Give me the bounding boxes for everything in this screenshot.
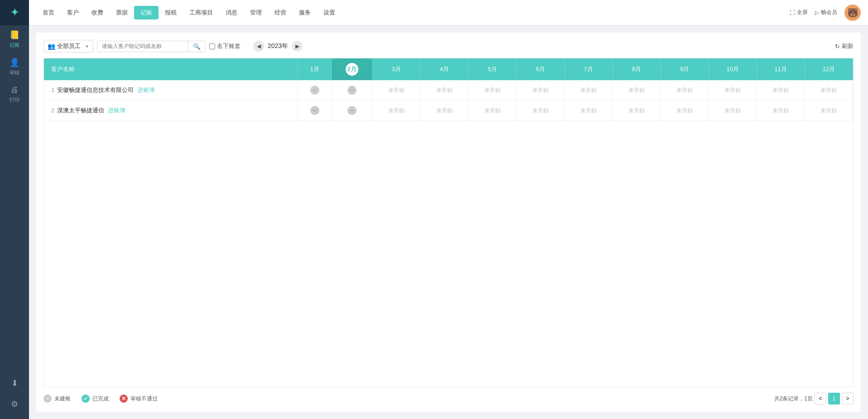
- not-started-label: 未开始: [388, 87, 405, 93]
- toolbar: 👥 全部员工 ▼ 🔍 名下账套 ◀ 2023年 ▶: [43, 40, 854, 53]
- not-started-label: 未开始: [580, 107, 597, 114]
- legend-completed: ✓ 已完成: [82, 395, 109, 403]
- th-jun: 6月: [516, 58, 564, 80]
- not-started-label: 未开始: [532, 87, 549, 93]
- sidebar-item-download[interactable]: ⬇: [0, 374, 29, 393]
- row-customer-name: 漠澳太平畅捷通信: [57, 107, 104, 114]
- legend-rejected: ✕ 审核不通过: [120, 395, 158, 403]
- sidebar-item-audit[interactable]: 👤 审核: [0, 53, 29, 81]
- row-customer-name: 安徽畅捷通信息技术有限公司: [57, 87, 134, 93]
- sidebar-bookkeeping-label: 记账: [10, 42, 19, 48]
- sidebar-item-settings[interactable]: ⚙: [0, 395, 29, 414]
- th-apr: 4月: [420, 58, 468, 80]
- th-customer-name: 客户名称: [44, 58, 298, 80]
- refresh-icon: ↻: [835, 43, 840, 50]
- current-page-button[interactable]: 1: [828, 393, 840, 405]
- table-header-row: 客户名称 1月 2月 3月 4月 5月 6月 7月 8月: [44, 58, 853, 80]
- not-started-label: 未开始: [436, 107, 453, 114]
- th-nov: 11月: [757, 58, 805, 80]
- user-avatar[interactable]: 🐻: [844, 5, 861, 21]
- topnav: 首页 客户 收费 票据 记账 报税 工商项目 消息 管理 经营 服务 设置 ⛶ …: [29, 0, 868, 25]
- not-started-label: 未开始: [628, 87, 645, 93]
- th-aug: 8月: [612, 58, 661, 80]
- not-started-label: 未开始: [772, 87, 789, 93]
- refresh-button[interactable]: ↻ 刷新: [835, 42, 854, 50]
- cell-jul: 未开始: [564, 101, 612, 121]
- th-sep: 9月: [661, 58, 709, 80]
- avatar-icon: 🐻: [847, 7, 858, 18]
- checkbox-label: 名下账套: [217, 42, 241, 50]
- nav-manage[interactable]: 管理: [244, 6, 268, 19]
- employee-select[interactable]: 👥 全部员工 ▼: [43, 40, 93, 53]
- legend-grey-dot: −: [43, 395, 52, 403]
- cell-jan: −: [298, 101, 332, 121]
- th-dec: 12月: [805, 58, 853, 80]
- fullscreen-label: 全屏: [797, 9, 808, 16]
- nav-home[interactable]: 首页: [36, 6, 61, 19]
- chevron-down-icon: ▼: [85, 44, 89, 49]
- pagination: 共2条记录，1页 < 1 >: [774, 393, 854, 405]
- refresh-label: 刷新: [842, 42, 854, 50]
- table-row: 1安徽畅捷通信息技术有限公司进账簿−−未开始未开始未开始未开始未开始未开始未开始…: [44, 80, 853, 101]
- cell-sep: 未开始: [661, 101, 709, 121]
- search-button[interactable]: 🔍: [188, 41, 205, 52]
- table-body: 1安徽畅捷通信息技术有限公司进账簿−−未开始未开始未开始未开始未开始未开始未开始…: [44, 80, 853, 121]
- dash-icon: −: [310, 86, 319, 95]
- nav-customer[interactable]: 客户: [61, 6, 85, 19]
- next-page-button[interactable]: >: [842, 393, 854, 405]
- cell-feb: −: [332, 101, 372, 121]
- row-number: 2: [51, 107, 54, 114]
- vip-label: 畅会员: [821, 9, 837, 16]
- legend-not-created-label: 未建账: [54, 395, 71, 403]
- prev-page-button[interactable]: <: [815, 393, 826, 405]
- vip-button[interactable]: ▷ 畅会员: [815, 9, 837, 16]
- subordinate-checkbox[interactable]: [209, 43, 215, 49]
- not-started-label: 未开始: [484, 87, 501, 93]
- audit-icon: 👤: [10, 58, 19, 67]
- sidebar-item-print[interactable]: 🖨 打印: [0, 81, 29, 108]
- year-nav: ◀ 2023年 ▶: [253, 41, 303, 52]
- dash-icon: −: [347, 86, 357, 95]
- not-started-label: 未开始: [580, 87, 597, 93]
- checkbox-wrap[interactable]: 名下账套: [209, 42, 241, 50]
- enter-ledger-link[interactable]: 进账簿: [108, 107, 125, 114]
- nav-bookkeeping[interactable]: 记账: [134, 6, 159, 19]
- dash-icon: −: [347, 106, 357, 115]
- download-icon: ⬇: [11, 378, 18, 388]
- th-oct: 10月: [709, 58, 757, 80]
- bookkeeping-icon: 📒: [10, 30, 19, 40]
- legend-rejected-label: 审核不通过: [130, 395, 158, 403]
- nav-message[interactable]: 消息: [219, 6, 244, 19]
- not-started-label: 未开始: [724, 87, 741, 93]
- fullscreen-button[interactable]: ⛶ 全屏: [790, 9, 808, 16]
- search-input[interactable]: [97, 41, 188, 51]
- nav-business[interactable]: 工商项目: [183, 6, 219, 19]
- nav-operation[interactable]: 经营: [268, 6, 293, 19]
- pagination-info: 共2条记录，1页: [774, 395, 813, 403]
- nav-service[interactable]: 服务: [293, 6, 317, 19]
- not-started-label: 未开始: [388, 107, 405, 114]
- cell-nov: 未开始: [757, 80, 805, 101]
- cell-nov: 未开始: [757, 101, 805, 121]
- vip-icon: ▷: [815, 10, 819, 16]
- not-started-label: 未开始: [820, 107, 837, 114]
- prev-year-button[interactable]: ◀: [253, 41, 264, 52]
- cell-feb: −: [332, 80, 372, 101]
- nav-billing[interactable]: 收费: [85, 6, 110, 19]
- nav-invoice[interactable]: 票据: [110, 6, 134, 19]
- legend-red-dot: ✕: [120, 395, 128, 403]
- not-started-label: 未开始: [676, 107, 693, 114]
- nav-settings[interactable]: 设置: [317, 6, 342, 19]
- nav-tax[interactable]: 报税: [159, 6, 183, 19]
- next-year-button[interactable]: ▶: [292, 41, 303, 52]
- table-wrap: 客户名称 1月 2月 3月 4月 5月 6月 7月 8月: [43, 58, 854, 387]
- sidebar-bottom: ⬇ ⚙: [0, 374, 29, 419]
- enter-ledger-link[interactable]: 进账簿: [137, 87, 155, 93]
- sidebar-item-bookkeeping[interactable]: 📒 记账: [0, 25, 29, 53]
- cell-aug: 未开始: [612, 101, 661, 121]
- year-display: 2023年: [268, 42, 288, 50]
- bookkeeping-table: 客户名称 1月 2月 3月 4月 5月 6月 7月 8月: [44, 58, 853, 121]
- sidebar: ✦ 📒 记账 👤 审核 🖨 打印 ⬇ ⚙: [0, 0, 29, 419]
- cell-jun: 未开始: [516, 101, 564, 121]
- print-icon: 🖨: [10, 85, 19, 95]
